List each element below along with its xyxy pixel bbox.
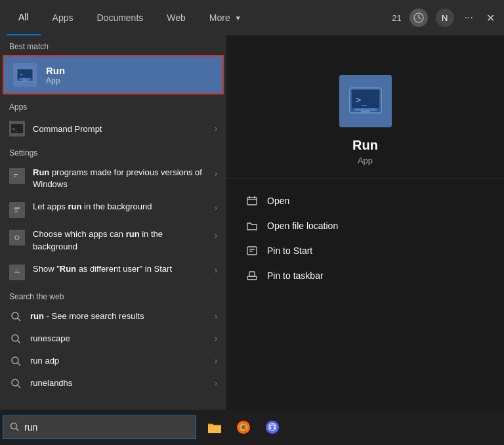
svg-rect-14 — [14, 211, 18, 213]
taskbar-file-explorer[interactable] — [201, 414, 228, 440]
settings-item-text-0: Run programs made for previous versions … — [33, 167, 202, 189]
chevron-down-icon: ▼ — [235, 14, 242, 22]
search-bar-icon — [10, 422, 19, 433]
tab-documents[interactable]: Documents — [85, 0, 155, 35]
search-item-1[interactable]: runescape › — [0, 328, 226, 350]
svg-rect-41 — [208, 425, 221, 433]
svg-rect-38 — [249, 272, 255, 276]
user-avatar[interactable]: N — [436, 9, 454, 27]
best-match-label: Best match — [0, 35, 226, 55]
search-input[interactable] — [24, 422, 189, 433]
arrow-icon: › — [215, 124, 217, 133]
apps-section-label: Apps — [0, 96, 226, 116]
app-type-label: App — [358, 156, 373, 165]
svg-rect-4 — [22, 79, 28, 81]
nav-right: 21 N ··· ✕ — [392, 9, 497, 27]
svg-rect-12 — [14, 207, 20, 209]
search-bar[interactable] — [3, 415, 196, 439]
app-icon-large: >_ — [339, 75, 392, 127]
tab-web[interactable]: Web — [155, 0, 198, 35]
search-icon — [9, 354, 22, 368]
svg-line-27 — [18, 385, 20, 388]
settings-item-text-2: Choose which apps can run in the backgro… — [33, 229, 163, 251]
search-item-2[interactable]: run adp › — [0, 350, 226, 372]
svg-rect-3 — [19, 78, 31, 79]
settings-icon-3 — [9, 265, 25, 280]
nav-tabs: All Apps Documents Web More ▼ — [7, 0, 392, 35]
search-icon — [9, 377, 22, 390]
settings-item-text-3: Show "Run as different user" in Start — [33, 264, 172, 274]
svg-rect-19 — [14, 272, 20, 273]
svg-rect-35 — [249, 249, 255, 250]
svg-rect-18 — [15, 269, 19, 271]
search-item-text-0: run - See more search results — [30, 311, 207, 321]
pin-start-icon — [246, 245, 258, 257]
svg-rect-31 — [361, 110, 370, 113]
svg-text:>_: >_ — [12, 127, 18, 132]
arrow-icon: › — [215, 266, 217, 275]
best-match-text: Run App — [46, 65, 65, 85]
svg-line-25 — [18, 363, 20, 366]
taskbar-icons — [201, 414, 285, 440]
pin-taskbar-icon — [246, 270, 258, 282]
divider — [226, 179, 504, 179]
svg-line-21 — [18, 318, 20, 321]
svg-rect-10 — [14, 176, 16, 177]
search-item-3[interactable]: runelandhs › — [0, 372, 226, 394]
svg-rect-36 — [249, 251, 253, 252]
right-panel: >_ Run App Open — [226, 35, 504, 410]
svg-text:>_: >_ — [356, 95, 367, 106]
best-match-item[interactable]: >_ Run App — [3, 55, 224, 95]
context-menu-open[interactable]: Open — [226, 188, 504, 213]
svg-point-46 — [270, 427, 272, 429]
search-item-text-2: run adp — [30, 356, 207, 366]
svg-point-45 — [266, 421, 279, 434]
svg-rect-8 — [12, 173, 22, 179]
search-item-text-1: runescape — [30, 333, 207, 343]
context-menu-pin-taskbar[interactable]: Pin to taskbar — [226, 263, 504, 288]
settings-item-0[interactable]: Run programs made for previous versions … — [0, 161, 226, 196]
settings-item-3[interactable]: Show "Run as different user" in Start › — [0, 258, 226, 286]
settings-icon-1 — [9, 202, 25, 218]
arrow-icon: › — [215, 334, 217, 343]
main-layout: Best match >_ Run App Apps — [0, 35, 504, 410]
taskbar-firefox[interactable] — [230, 414, 257, 440]
context-menu-open-file-location[interactable]: Open file location — [226, 213, 504, 238]
notification-count: 21 — [392, 13, 401, 23]
search-item-0[interactable]: run - See more search results › — [0, 305, 226, 328]
tab-all[interactable]: All — [7, 0, 41, 35]
svg-line-40 — [16, 428, 19, 431]
arrow-icon: › — [215, 379, 217, 388]
more-options-button[interactable]: ··· — [462, 9, 476, 26]
svg-text:>_: >_ — [20, 72, 26, 77]
tab-apps[interactable]: Apps — [41, 0, 85, 35]
context-menu: Open Open file location — [226, 184, 504, 292]
svg-point-47 — [274, 427, 276, 429]
settings-section-label: Settings — [0, 142, 226, 161]
svg-rect-17 — [13, 270, 21, 276]
command-prompt-icon: >_ — [9, 121, 25, 137]
close-button[interactable]: ✕ — [484, 9, 497, 27]
svg-line-23 — [18, 341, 20, 343]
search-icon — [9, 310, 22, 323]
svg-rect-13 — [14, 209, 18, 211]
arrow-icon: › — [215, 356, 217, 366]
settings-item-2[interactable]: Choose which apps can run in the backgro… — [0, 223, 226, 257]
svg-rect-33 — [247, 198, 257, 205]
settings-icon-2 — [9, 230, 25, 245]
svg-rect-37 — [247, 276, 257, 280]
settings-icon-0 — [9, 168, 25, 184]
tab-more[interactable]: More ▼ — [198, 0, 253, 35]
arrow-icon: › — [215, 231, 217, 240]
search-item-text-3: runelandhs — [30, 378, 207, 388]
achievement-icon[interactable] — [410, 9, 428, 27]
context-menu-pin-start[interactable]: Pin to Start — [226, 238, 504, 263]
folder-icon — [246, 220, 258, 232]
run-app-icon: >_ — [13, 63, 37, 87]
taskbar-discord[interactable] — [259, 414, 285, 440]
settings-item-text-1: Let apps run in the background — [33, 201, 152, 211]
arrow-icon: › — [215, 312, 217, 321]
settings-item-1[interactable]: Let apps run in the background › — [0, 196, 226, 223]
list-item[interactable]: >_ Command Prompt › — [0, 116, 226, 142]
svg-rect-9 — [14, 174, 18, 175]
